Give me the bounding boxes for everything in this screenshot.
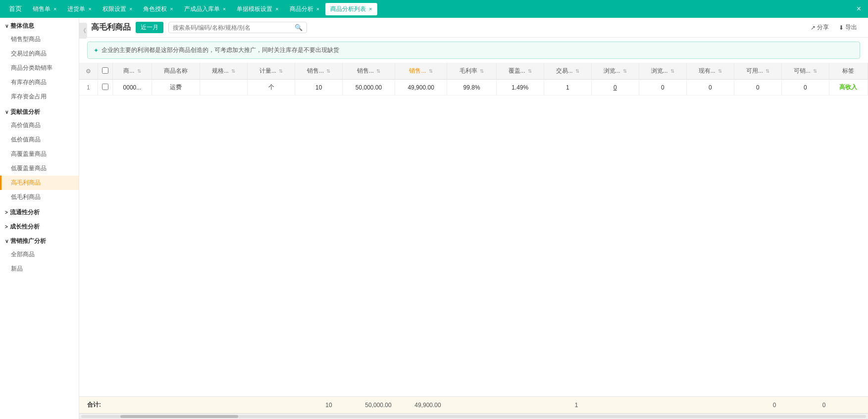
sort-icon-gross: ⇅: [480, 68, 484, 74]
group-arrow-contribution: ∨: [5, 109, 8, 115]
settings-icon[interactable]: ⚙: [86, 68, 91, 75]
sidebar-group-growth[interactable]: > 成长性分析: [0, 219, 79, 233]
page-title: 高毛利商品: [91, 22, 131, 33]
th-code[interactable]: 商... ⇅: [112, 63, 152, 80]
group-arrow-marketing: ∨: [5, 238, 8, 244]
sort-icon-browse2: ⇅: [670, 68, 674, 74]
sidebar-item-low-value[interactable]: 低价值商品: [0, 133, 79, 147]
nav-product-analysis[interactable]: 商品分析 ×: [285, 3, 324, 15]
cell-browse1[interactable]: 0: [591, 80, 639, 95]
scrollbar-track: [81, 415, 866, 418]
nav-purchase-order[interactable]: 进货单 ×: [62, 3, 96, 15]
content-area: 《 高毛利商品 近一月 🔍 ↗ 分享 ⬇ 导出 ✦ 企: [79, 18, 868, 419]
nav-close-permissions[interactable]: ×: [129, 6, 132, 12]
th-sales3[interactable]: 销售... ⇅: [395, 63, 447, 80]
th-saleable[interactable]: 可销... ⇅: [781, 63, 829, 80]
footer-saleable: 0: [804, 402, 844, 409]
footer-transaction: 1: [557, 402, 596, 409]
sidebar-collapse-button[interactable]: 《: [79, 23, 87, 39]
th-tag[interactable]: 标签: [829, 63, 868, 80]
cell-checkbox[interactable]: [98, 80, 112, 95]
th-transaction[interactable]: 交易... ⇅: [544, 63, 591, 80]
sidebar-item-traded-products[interactable]: 交易过的商品: [0, 47, 79, 61]
nav-product-analysis-list[interactable]: 商品分析列表 ×: [325, 3, 377, 15]
cell-sales1: 10: [295, 80, 343, 95]
nav-close-analysis-list[interactable]: ×: [369, 6, 372, 12]
th-unit[interactable]: 计量... ⇅: [248, 63, 295, 80]
sidebar-item-inventory-capital[interactable]: 库存资金占用: [0, 90, 79, 104]
nav-template-settings[interactable]: 单据模板设置 ×: [232, 3, 283, 15]
sidebar-item-high-margin[interactable]: 高毛利商品: [0, 176, 79, 190]
cell-row-num: 1: [79, 80, 98, 95]
th-name[interactable]: 商品名称: [152, 63, 200, 80]
filter-recent-month-button[interactable]: 近一月: [136, 22, 163, 33]
group-label-growth: 成长性分析: [10, 223, 40, 231]
cell-coverage: 1.49%: [496, 80, 544, 95]
select-all-checkbox[interactable]: [102, 67, 108, 74]
cell-unit: 个: [248, 80, 295, 95]
th-browse2[interactable]: 浏览... ⇅: [639, 63, 686, 80]
nav-close-product-entry[interactable]: ×: [223, 6, 226, 12]
group-arrow-growth: >: [5, 224, 8, 230]
top-navigation: 首页 销售单 × 进货单 × 权限设置 × 角色授权 × 产成品入库单 × 单据…: [0, 0, 868, 18]
sidebar-item-low-margin[interactable]: 低毛利商品: [0, 190, 79, 204]
footer-label: 合计:: [87, 401, 101, 409]
nav-product-entry[interactable]: 产成品入库单 ×: [179, 3, 231, 15]
nav-home[interactable]: 首页: [4, 2, 27, 15]
search-input[interactable]: [173, 24, 295, 31]
sidebar-group-overall[interactable]: ∨ 整体信息: [0, 18, 79, 32]
export-button[interactable]: ⬇ 导出: [836, 22, 860, 33]
table-container[interactable]: ⚙ 商... ⇅ 商品名称 规格...: [79, 63, 868, 396]
th-current[interactable]: 现有... ⇅: [686, 63, 734, 80]
sort-icon-code: ⇅: [137, 68, 141, 74]
sidebar-item-all-products[interactable]: 全部商品: [0, 247, 79, 262]
th-settings[interactable]: ⚙: [79, 63, 98, 80]
sort-icon-coverage: ⇅: [528, 68, 532, 74]
sort-icon-sales1: ⇅: [326, 68, 330, 74]
nav-close-sales[interactable]: ×: [53, 6, 56, 12]
products-table: ⚙ 商... ⇅ 商品名称 规格...: [79, 63, 868, 95]
sidebar-item-category-rate[interactable]: 商品分类助销率: [0, 61, 79, 75]
nav-permissions[interactable]: 权限设置 ×: [98, 3, 137, 15]
th-spec[interactable]: 规格... ⇅: [200, 63, 248, 80]
search-icon[interactable]: 🔍: [295, 24, 303, 31]
th-checkbox[interactable]: [98, 63, 112, 80]
th-coverage[interactable]: 覆盖... ⇅: [496, 63, 544, 80]
sort-icon-current: ⇅: [718, 68, 722, 74]
th-browse1[interactable]: 浏览... ⇅: [591, 63, 639, 80]
sort-icon-sales2: ⇅: [376, 68, 380, 74]
share-icon: ↗: [811, 24, 816, 31]
sidebar-group-contribution[interactable]: ∨ 贡献值分析: [0, 104, 79, 118]
nav-close-roles[interactable]: ×: [170, 6, 173, 12]
group-label-marketing: 营销推广分析: [10, 237, 46, 245]
share-button[interactable]: ↗ 分享: [808, 22, 832, 33]
cell-available: 0: [734, 80, 781, 95]
sidebar-item-sales-products[interactable]: 销售型商品: [0, 32, 79, 47]
sidebar-item-low-coverage[interactable]: 低覆盖量商品: [0, 161, 79, 176]
main-layout: ∨ 整体信息 销售型商品 交易过的商品 商品分类助销率 有库存的商品 库存资金占…: [0, 18, 868, 419]
horizontal-scrollbar[interactable]: [79, 413, 868, 419]
window-close-button[interactable]: ×: [854, 3, 864, 14]
sidebar-item-high-value[interactable]: 高价值商品: [0, 118, 79, 133]
cell-sales2: 50,000.00: [343, 80, 395, 95]
sidebar-item-high-coverage[interactable]: 高覆盖量商品: [0, 147, 79, 161]
nav-close-purchase[interactable]: ×: [88, 6, 91, 12]
share-label: 分享: [817, 23, 829, 32]
th-sales1[interactable]: 销售... ⇅: [295, 63, 343, 80]
sidebar-item-new-products[interactable]: 新品: [0, 262, 79, 276]
nav-sales-order[interactable]: 销售单 ×: [28, 3, 61, 15]
sidebar-group-marketing[interactable]: ∨ 营销推广分析: [0, 233, 79, 247]
sidebar-item-stocked-products[interactable]: 有库存的商品: [0, 75, 79, 90]
sort-icon-sales3: ⇅: [429, 68, 433, 74]
sidebar-group-flow[interactable]: > 流通性分析: [0, 204, 79, 219]
nav-close-analysis[interactable]: ×: [316, 6, 319, 12]
cell-code: 0000...: [112, 80, 152, 95]
row-checkbox[interactable]: [102, 84, 108, 90]
th-gross-rate[interactable]: 毛利率 ⇅: [447, 63, 496, 80]
nav-close-template[interactable]: ×: [275, 6, 278, 12]
th-sales2[interactable]: 销售... ⇅: [343, 63, 395, 80]
scrollbar-thumb[interactable]: [120, 415, 238, 418]
nav-roles[interactable]: 角色授权 ×: [138, 3, 178, 15]
th-available[interactable]: 可用... ⇅: [734, 63, 781, 80]
info-icon: ✦: [94, 47, 99, 54]
